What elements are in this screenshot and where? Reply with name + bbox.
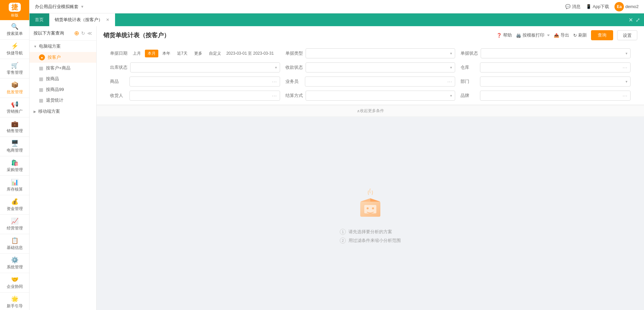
scheme-item-return-stat[interactable]: ▦ 退货统计 [30, 95, 96, 106]
date-tab-last-month[interactable]: 上月 [130, 50, 144, 57]
message-button[interactable]: 💬 消息 [565, 4, 581, 10]
department-caret: ▾ [626, 80, 628, 84]
sidebar-item-inventory-label: 库存核算 [7, 187, 23, 192]
print-button[interactable]: 🖨️ 按模板打印 [516, 32, 550, 38]
chart-icon-4: ▦ [39, 98, 43, 103]
order-type-select[interactable]: ▾ [306, 48, 455, 58]
brand-select[interactable]: ··· [480, 91, 631, 101]
app-download-button[interactable]: 📱 App下载 [586, 4, 609, 10]
brand-dots: ··· [623, 93, 628, 98]
sidebar-item-inventory[interactable]: 📊 库存核算 [0, 176, 29, 195]
tab-close-all-icon[interactable]: ✕ [629, 17, 633, 23]
scheme-active-icon: ● [39, 54, 45, 60]
out-status-select[interactable]: ▾ [130, 62, 280, 72]
scheme-item-customer-product[interactable]: ▦ 按客户+商品 [30, 63, 96, 73]
date-tab-this-year[interactable]: 本年 [160, 50, 173, 57]
receiver-dots: ··· [272, 93, 277, 98]
date-tab-7days[interactable]: 近7天 [174, 50, 190, 57]
filter-item-warehouse: 仓库 ··· [461, 62, 631, 72]
wholesale-icon: 📦 [11, 81, 18, 89]
salesperson-select[interactable]: ··· [305, 76, 455, 87]
help-button[interactable]: ❓ 帮助 [496, 32, 512, 38]
refresh-icon: ↻ [573, 33, 577, 38]
header-title: 办公用品行业模拟账套 [35, 4, 78, 10]
scheme-item-return-stat-label: 退货统计 [46, 97, 63, 103]
receive-status-select[interactable]: ▾ [306, 62, 455, 72]
print-label: 按模板打印 [523, 32, 544, 38]
print-dropdown-arrow [547, 35, 550, 36]
basic-info-icon: 📋 [11, 237, 18, 244]
sidebar-item-sales[interactable]: 💼 销售管理 [0, 117, 29, 137]
settlement-select[interactable]: ▾ [306, 91, 455, 101]
filter-row-2: 出库状态 ▾ 收款状态 ▾ [110, 62, 631, 72]
refresh-scheme-icon[interactable]: ↻ [81, 31, 85, 36]
chart-icon-3: ▦ [39, 87, 43, 92]
tab-home-label: 首页 [35, 17, 44, 23]
tab-sales-stat[interactable]: 销货单统计表（按客户） ✕ [49, 13, 115, 26]
settlement-label: 结算方式 [285, 93, 303, 99]
filter-item-brand: 品牌 ··· [461, 91, 631, 101]
sidebar-item-purchase[interactable]: 🛍️ 采购管理 [0, 156, 29, 176]
sidebar-item-guide-label: 新手引导 [7, 303, 23, 309]
sidebar-item-management[interactable]: 📈 经营管理 [0, 215, 29, 234]
empty-tips: 1 请先选择要分析的方案 2 用过滤条件来缩小分析范围 [340, 229, 401, 244]
svg-point-5 [372, 207, 374, 209]
sidebar-item-retail[interactable]: 🛒 零售管理 [0, 59, 29, 79]
scheme-item-by-product-99[interactable]: ▦ 按商品99 [30, 84, 96, 95]
scheme-panel: 按以下方案查询 ⊕ ↻ ≪ ▼ 电脑端方案 ● 按客户 ▦ 按客户+商品 ▦ [30, 26, 97, 310]
sidebar-item-purchase-label: 采购管理 [7, 167, 23, 173]
sidebar-item-sales-label: 销售管理 [7, 128, 23, 134]
header-dropdown-icon[interactable]: ▾ [81, 4, 84, 9]
scheme-item-by-customer[interactable]: ● 按客户 [30, 52, 96, 63]
order-status-select[interactable]: ▾ [481, 48, 631, 58]
sidebar-item-guide[interactable]: 🌟 新手引导 [0, 293, 29, 310]
department-select[interactable]: ▾ [480, 76, 631, 87]
date-tab-custom[interactable]: 自定义 [206, 50, 224, 57]
collapse-icon: ∧ [357, 108, 360, 114]
sidebar-item-marketing[interactable]: 📢 营销推广 [0, 98, 29, 117]
product-select[interactable]: ··· [129, 76, 280, 87]
query-button[interactable]: 查询 [591, 30, 613, 40]
sidebar-item-basic-info[interactable]: 📋 基础信息 [0, 234, 29, 254]
page-title-row: 销货单统计表（按客户） ❓ 帮助 🖨️ 按模板打印 📤 [103, 30, 637, 40]
page-title: 销货单统计表（按客户） [103, 31, 170, 39]
refresh-label: 刷新 [578, 32, 587, 38]
sidebar-item-quick-nav[interactable]: ⚡ 快捷导航 [0, 40, 29, 59]
sidebar-item-search[interactable]: 🔍 搜索菜单 [0, 20, 29, 40]
tab-home[interactable]: 首页 [30, 13, 49, 26]
page-header: 销货单统计表（按客户） ❓ 帮助 🖨️ 按模板打印 📤 [97, 26, 644, 105]
empty-tip-1-text: 请先选择要分析的方案 [348, 229, 392, 235]
collapse-bar[interactable]: ∧ 收起更多条件 [97, 105, 644, 117]
scheme-group-desktop[interactable]: ▼ 电脑端方案 [30, 41, 96, 52]
tab-bar-controls: ✕ ⤢ [625, 17, 644, 23]
user-profile[interactable]: Ea demo2 [614, 2, 639, 11]
sidebar-item-marketing-label: 营销推广 [7, 109, 23, 114]
message-label: 消息 [572, 4, 581, 10]
settings-button[interactable]: 设置 [617, 30, 637, 40]
sidebar-item-cooperation[interactable]: 🤝 企业协同 [0, 273, 29, 293]
sidebar-item-ecommerce[interactable]: 🖥️ 电商管理 [0, 137, 29, 156]
receiver-select[interactable]: ··· [129, 91, 280, 101]
sidebar-item-system[interactable]: ⚙️ 系统管理 [0, 254, 29, 273]
refresh-button[interactable]: ↻ 刷新 [573, 32, 587, 38]
logo-icon: 捷 [9, 3, 21, 12]
date-tab-more[interactable]: 更多 [192, 50, 205, 57]
add-scheme-icon[interactable]: ⊕ [74, 30, 79, 37]
filter-item-out-status: 出库状态 ▾ [110, 62, 280, 72]
empty-state: 1 请先选择要分析的方案 2 用过滤条件来缩小分析范围 [97, 117, 644, 310]
warehouse-select[interactable]: ··· [480, 62, 631, 72]
close-tab-button[interactable]: ✕ [106, 17, 109, 22]
order-type-label: 单据类型 [285, 50, 303, 56]
product-label: 商品 [110, 79, 127, 85]
scheme-group-mobile[interactable]: ▶ 移动端方案 [30, 106, 96, 117]
date-tab-this-month[interactable]: 本月 [145, 50, 158, 57]
sidebar-item-finance[interactable]: 💰 资金管理 [0, 195, 29, 215]
quick-nav-icon: ⚡ [11, 42, 18, 50]
sidebar-item-wholesale[interactable]: 📦 批发管理 [0, 79, 29, 98]
scheme-item-by-product[interactable]: ▦ 按商品 [30, 73, 96, 84]
collapse-scheme-icon[interactable]: ≪ [87, 31, 92, 36]
help-icon: ❓ [496, 33, 502, 38]
warehouse-dots: ··· [623, 65, 628, 70]
tab-expand-icon[interactable]: ⤢ [636, 17, 640, 23]
export-button[interactable]: 📤 导出 [554, 32, 569, 38]
